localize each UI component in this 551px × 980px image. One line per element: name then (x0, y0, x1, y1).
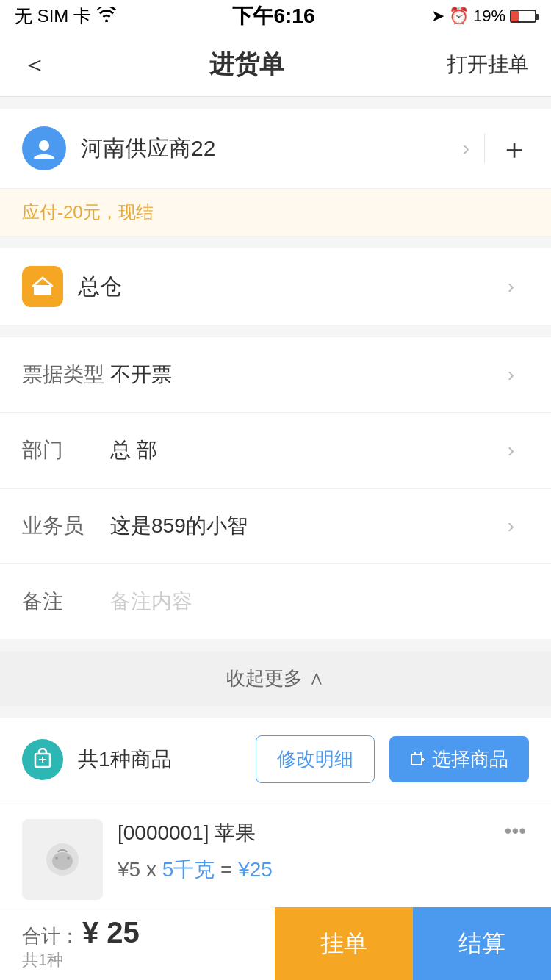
products-card: 共1种商品 修改明细 选择商品 (0, 718, 551, 918)
sales-value: 这是859的小智 (110, 512, 508, 540)
product-item: [0000001] 苹果 ¥5 x 5千克 = ¥25 ••• (0, 801, 551, 918)
sales-label: 业务员 (22, 512, 110, 540)
open-hold-button[interactable]: 打开挂单 (447, 51, 529, 79)
supplier-card: 河南供应商22 › ＋ 应付-20元，现结 (0, 109, 551, 237)
battery-icon (510, 10, 536, 23)
product-thumbnail (22, 819, 103, 900)
divider (484, 134, 485, 163)
hold-button[interactable]: 挂单 (275, 907, 413, 981)
sales-chevron-icon: › (508, 514, 514, 538)
dept-row[interactable]: 部门 总 部 › (0, 412, 551, 488)
page-title: 进货单 (209, 48, 284, 82)
status-bar: 无 SIM 卡 下午6:16 ➤ ⏰ 19% (0, 0, 551, 32)
product-code: [0000001] (118, 821, 209, 844)
svg-point-7 (67, 857, 70, 860)
product-total: ¥25 (238, 858, 273, 881)
product-price: ¥5 x 5千克 = ¥25 (118, 856, 487, 884)
invoice-label: 票据类型 (22, 361, 110, 389)
footer: 合计： ¥ 25 共1种 挂单 结算 (0, 907, 551, 980)
status-right: ➤ ⏰ 19% (431, 7, 536, 26)
products-icon (22, 739, 63, 780)
total-amount: ¥ 25 (82, 916, 140, 949)
supplier-chevron-icon: › (463, 137, 469, 160)
main-content: 河南供应商22 › ＋ 应付-20元，现结 总仓 › 票据类型 不开票 › (0, 109, 551, 980)
dept-label: 部门 (22, 436, 110, 464)
invoice-value: 不开票 (110, 361, 508, 389)
invoice-row[interactable]: 票据类型 不开票 › (0, 336, 551, 412)
form-card: 票据类型 不开票 › 部门 总 部 › 业务员 这是859的小智 › 备注 备注… (0, 336, 551, 639)
nav-bar: ＜ 进货单 打开挂单 (0, 32, 551, 97)
collapse-toggle[interactable]: 收起更多 ∧ (0, 651, 551, 706)
footer-total-section: 合计： ¥ 25 共1种 (0, 916, 275, 971)
location-icon: ➤ (431, 7, 444, 26)
warehouse-row[interactable]: 总仓 › (0, 248, 551, 325)
sales-row[interactable]: 业务员 这是859的小智 › (0, 488, 551, 563)
dept-value: 总 部 (110, 436, 508, 464)
warehouse-card: 总仓 › (0, 248, 551, 325)
select-product-button[interactable]: 选择商品 (389, 736, 529, 782)
edit-detail-button[interactable]: 修改明细 (256, 735, 375, 783)
battery-label: 19% (473, 7, 505, 26)
product-title: 苹果 (215, 821, 256, 844)
add-supplier-button[interactable]: ＋ (500, 129, 529, 169)
carrier-label: 无 SIM 卡 (15, 4, 91, 28)
dept-chevron-icon: › (508, 439, 514, 462)
products-count: 共1种商品 (78, 746, 241, 774)
remark-row[interactable]: 备注 备注内容 (0, 563, 551, 639)
svg-rect-3 (411, 754, 422, 765)
product-info: [0000001] 苹果 ¥5 x 5千克 = ¥25 (118, 819, 487, 884)
supplier-name: 河南供应商22 (81, 134, 463, 164)
pay-button[interactable]: 结算 (413, 907, 551, 981)
svg-point-6 (55, 857, 58, 860)
wifi-icon (97, 6, 116, 26)
svg-point-0 (39, 140, 49, 151)
alarm-icon: ⏰ (449, 7, 469, 26)
product-qty: 5千克 (162, 858, 215, 881)
remark-input[interactable]: 备注内容 (110, 588, 529, 616)
total-sub: 共1种 (22, 949, 253, 971)
supplier-avatar (22, 126, 66, 170)
product-name: [0000001] 苹果 (118, 819, 487, 847)
remark-label: 备注 (22, 588, 110, 616)
svg-point-5 (52, 852, 73, 870)
supplier-hint: 应付-20元，现结 (0, 189, 551, 237)
warehouse-name: 总仓 (78, 272, 508, 302)
warehouse-icon (22, 266, 63, 307)
invoice-chevron-icon: › (508, 363, 514, 386)
back-button[interactable]: ＜ (22, 48, 47, 82)
warehouse-chevron-icon: › (508, 275, 514, 298)
unit-price: ¥5 (118, 858, 140, 881)
status-left: 无 SIM 卡 (15, 4, 116, 28)
products-header: 共1种商品 修改明细 选择商品 (0, 718, 551, 801)
supplier-row[interactable]: 河南供应商22 › ＋ (0, 109, 551, 189)
svg-rect-1 (34, 285, 51, 295)
product-more-button[interactable]: ••• (502, 819, 529, 843)
select-product-label: 选择商品 (432, 746, 508, 772)
status-time: 下午6:16 (232, 2, 314, 30)
collapse-label: 收起更多 ∧ (226, 666, 324, 691)
total-label: 合计： (22, 923, 79, 949)
